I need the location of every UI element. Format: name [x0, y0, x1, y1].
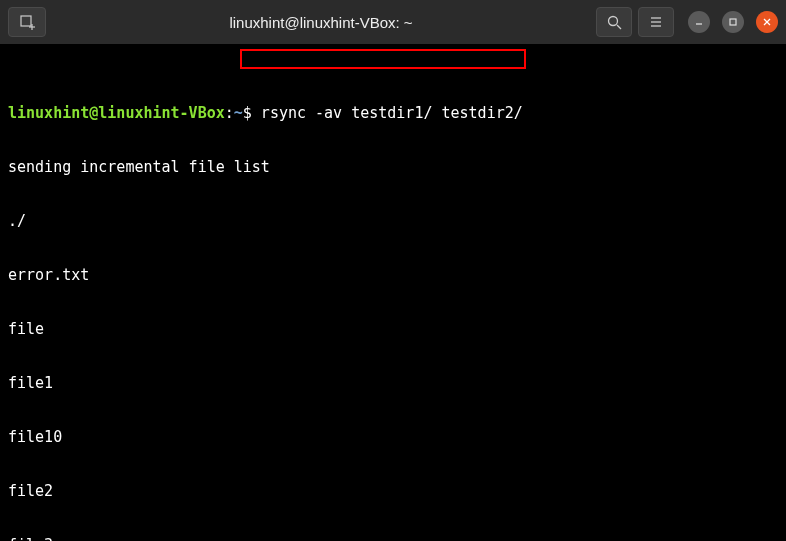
output-line: sending incremental file list — [8, 158, 778, 176]
prompt-path: ~ — [234, 104, 243, 122]
new-tab-icon — [19, 14, 35, 30]
prompt-colon: : — [225, 104, 234, 122]
window-title: linuxhint@linuxhint-VBox: ~ — [52, 14, 590, 31]
command-text: rsync -av testdir1/ testdir2/ — [252, 104, 523, 122]
svg-line-4 — [617, 25, 621, 29]
menu-button[interactable] — [638, 7, 674, 37]
svg-rect-0 — [21, 16, 31, 26]
output-line: error.txt — [8, 266, 778, 284]
prompt-symbol: $ — [243, 104, 252, 122]
maximize-icon — [728, 17, 738, 27]
search-button[interactable] — [596, 7, 632, 37]
output-line: file — [8, 320, 778, 338]
prompt-line-1: linuxhint@linuxhint-VBox:~$ rsync -av te… — [8, 104, 778, 122]
window-controls — [688, 11, 778, 33]
output-line: file10 — [8, 428, 778, 446]
maximize-button[interactable] — [722, 11, 744, 33]
output-line: file3 — [8, 536, 778, 541]
prompt-user-host: linuxhint@linuxhint-VBox — [8, 104, 225, 122]
svg-rect-9 — [730, 19, 736, 25]
minimize-button[interactable] — [688, 11, 710, 33]
command-highlight — [240, 49, 526, 69]
output-line: ./ — [8, 212, 778, 230]
svg-point-3 — [608, 16, 617, 25]
output-line: file2 — [8, 482, 778, 500]
close-button[interactable] — [756, 11, 778, 33]
terminal-content[interactable]: linuxhint@linuxhint-VBox:~$ rsync -av te… — [0, 44, 786, 541]
search-icon — [607, 15, 622, 30]
hamburger-icon — [649, 15, 663, 29]
minimize-icon — [694, 17, 704, 27]
new-tab-button[interactable] — [8, 7, 46, 37]
window-titlebar: linuxhint@linuxhint-VBox: ~ — [0, 0, 786, 44]
output-line: file1 — [8, 374, 778, 392]
close-icon — [762, 17, 772, 27]
